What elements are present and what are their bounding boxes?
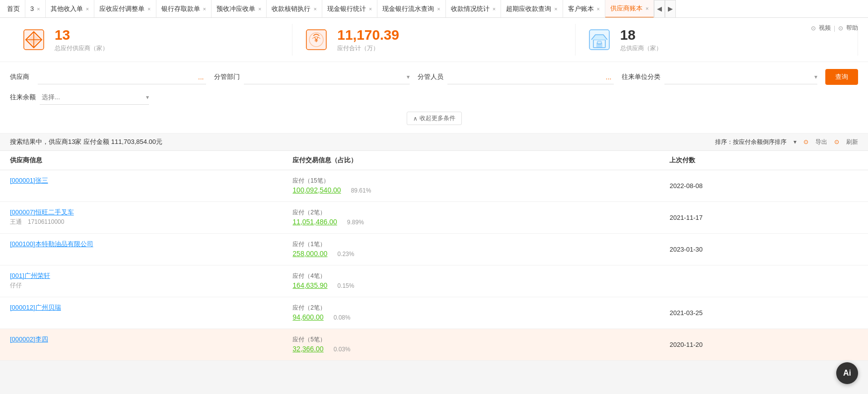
nav-tab-other-income[interactable]: 其他收入单 ×: [46, 0, 94, 18]
transaction-cell-000012: 应付（2笔） 94,600.00 0.08%: [292, 303, 669, 323]
tx-amount-001[interactable]: 164,635.90: [292, 281, 327, 289]
supplier-link-000001[interactable]: [000001]张三: [10, 177, 48, 184]
sort-label[interactable]: 排序：按应付余额倒序排序: [715, 138, 787, 146]
lastpay-001: [669, 271, 858, 291]
help-link[interactable]: 帮助: [846, 24, 858, 32]
nav-tab-cash-flow[interactable]: 现金银行流水查询 ×: [377, 0, 445, 18]
col-header-supplier: 供应商信息: [10, 156, 292, 165]
balance-input-wrap: ▾: [40, 90, 149, 105]
nav-tab-overdue[interactable]: 超期应收款查询 ×: [501, 0, 563, 18]
tx-amount-000002[interactable]: 32,366.00: [292, 345, 323, 353]
store-icon: [585, 26, 613, 54]
nav-tab-bank-deposit-label: 银行存取款单: [161, 4, 200, 13]
export-icon: ⊙: [803, 138, 808, 145]
stat-payable-suppliers: 13 总应付供应商（家）: [10, 24, 292, 56]
tx-label-000007: 应付（2笔）: [292, 208, 669, 217]
supplier-input-wrap: ...: [38, 69, 206, 84]
nav-tab-cash-stats-close[interactable]: ×: [369, 6, 372, 12]
nav-tab-adjustment-close[interactable]: ×: [147, 6, 150, 12]
video-link[interactable]: 视频: [819, 24, 831, 32]
nav-tab-3[interactable]: 3 ×: [25, 0, 46, 18]
person-input[interactable]: [447, 69, 604, 84]
nav-tab-3-close[interactable]: ×: [37, 6, 40, 12]
nav-tab-home[interactable]: 首页: [2, 0, 25, 18]
supplier-cell-001: [001]广州荣轩 仔仔: [10, 271, 292, 291]
help-icon: ⊙: [838, 25, 843, 32]
dept-chevron-icon[interactable]: ▾: [407, 73, 410, 80]
table-row: [000002]李四 应付（5笔） 32,366.00 0.03% 2020-1…: [0, 329, 868, 361]
person-dots-icon[interactable]: ...: [604, 73, 614, 81]
balance-chevron-icon[interactable]: ▾: [146, 94, 149, 101]
table-row: [000007]恒旺二手叉车 王通 17106110000 应付（2笔） 11,…: [0, 202, 868, 234]
transaction-cell-000100: 应付（1笔） 258,000.00 0.23%: [292, 240, 669, 259]
transaction-cell-000007: 应付（2笔） 11,051,486.00 9.89%: [292, 208, 669, 227]
supplier-cell-000002: [000002]李四: [10, 335, 292, 354]
tx-row-000012: 94,600.00 0.08%: [292, 313, 669, 322]
nav-tab-customer-ledger[interactable]: 客户账本 ×: [563, 0, 605, 18]
tx-percent-000100: 0.23%: [337, 251, 354, 258]
results-bar: 搜索结果中，供应商13家 应付金额 111,703,854.00元 排序：按应付…: [0, 133, 868, 151]
tx-amount-000007[interactable]: 11,051,486.00: [292, 218, 337, 226]
nav-tab-customer-ledger-close[interactable]: ×: [597, 6, 600, 12]
supplier-input[interactable]: [38, 69, 196, 84]
tx-amount-000012[interactable]: 94,600.00: [292, 313, 323, 321]
nav-tab-overdue-close[interactable]: ×: [554, 6, 557, 12]
nav-arrow-left[interactable]: ◀: [654, 0, 665, 18]
supplier-link-000100[interactable]: [000100]本特勒油品有限公司: [10, 240, 93, 248]
nav-arrow-right[interactable]: ▶: [665, 0, 676, 18]
person-label: 分管人员: [418, 72, 443, 81]
supplier-contact-001: 仔仔: [10, 281, 292, 290]
filter-person: 分管人员 ...: [418, 69, 614, 84]
collapse-button-label: 收起更多条件: [420, 114, 455, 123]
nav-tab-receipt-label: 收款核销执行: [272, 4, 310, 13]
nav-tab-prepay-label: 预收冲应收单: [217, 4, 255, 13]
tx-percent-000002: 0.03%: [334, 346, 351, 353]
stat-total-suppliers-info: 18 总供应商（家）: [620, 27, 662, 53]
tx-amount-000100[interactable]: 258,000.00: [292, 250, 327, 258]
stat-payable-amount: ¥ 11,170.39 应付合计（万）: [292, 24, 575, 56]
nav-tab-receipt[interactable]: 收款核销执行 ×: [267, 0, 322, 18]
filter-dept: 分管部门 ▾: [214, 69, 410, 84]
supplier-dots-icon[interactable]: ...: [196, 73, 206, 81]
nav-tab-cash-stats-label: 现金银行统计: [327, 4, 366, 13]
tx-percent-000007: 9.89%: [347, 219, 364, 226]
tx-row-000100: 258,000.00 0.23%: [292, 250, 669, 259]
search-button[interactable]: 查询: [825, 69, 858, 85]
nav-tab-supplier-ledger[interactable]: 供应商账本 ×: [605, 0, 654, 18]
supplier-link-000002[interactable]: [000002]李四: [10, 335, 48, 343]
export-button[interactable]: 导出: [815, 138, 827, 146]
supplier-link-001[interactable]: [001]广州荣轩: [10, 272, 50, 279]
nav-tab-bank-deposit-close[interactable]: ×: [203, 6, 206, 12]
nav-tab-receipt-close[interactable]: ×: [313, 6, 316, 12]
category-input[interactable]: [664, 69, 815, 84]
results-summary: 搜索结果中，供应商13家 应付金额 111,703,854.00元: [10, 137, 162, 146]
nav-tab-other-income-close[interactable]: ×: [86, 6, 89, 12]
nav-tab-supplier-ledger-close[interactable]: ×: [646, 5, 649, 11]
tx-amount-000001[interactable]: 100,092,540.00: [292, 186, 341, 194]
nav-tab-cash-flow-close[interactable]: ×: [437, 6, 440, 12]
dept-input[interactable]: [244, 69, 407, 84]
supplier-link-000007[interactable]: [000007]恒旺二手叉车: [10, 208, 74, 216]
balance-input[interactable]: [40, 90, 146, 105]
sort-chevron-icon[interactable]: ▾: [794, 138, 796, 145]
nav-tab-payment-stats-close[interactable]: ×: [493, 6, 496, 12]
collapse-button[interactable]: ∧ 收起更多条件: [407, 112, 462, 125]
collapse-wrap: ∧ 收起更多条件: [10, 110, 858, 129]
supplier-link-000012[interactable]: [000012]广州贝瑞: [10, 304, 61, 311]
stats-row: 13 总应付供应商（家） ¥ 11,170.39 应付合计（万）: [0, 18, 868, 62]
tx-row-000002: 32,366.00 0.03%: [292, 345, 669, 354]
tx-label-000100: 应付（1笔）: [292, 240, 669, 249]
nav-tab-prepay-close[interactable]: ×: [258, 6, 261, 12]
category-label: 往来单位分类: [622, 72, 660, 81]
refresh-button[interactable]: 刷新: [846, 138, 858, 146]
filter-balance: 往来余额 ▾: [10, 90, 149, 105]
nav-tab-bank-deposit[interactable]: 银行存取款单 ×: [156, 0, 212, 18]
nav-tab-payment-stats[interactable]: 收款情况统计 ×: [446, 0, 501, 18]
tx-percent-000001: 89.61%: [351, 187, 371, 194]
nav-tab-cash-stats[interactable]: 现金银行统计 ×: [322, 0, 377, 18]
main-table: 供应商信息 应付交易信息（占比） 上次付数 [000001]张三 应付（15笔）…: [0, 151, 868, 361]
category-chevron-icon[interactable]: ▾: [814, 73, 817, 80]
top-right-links: ⊙ 视频 | ⊙ 帮助: [811, 24, 858, 32]
nav-tab-prepay[interactable]: 预收冲应收单 ×: [212, 0, 267, 18]
nav-tab-adjustment[interactable]: 应收应付调整单 ×: [94, 0, 156, 18]
